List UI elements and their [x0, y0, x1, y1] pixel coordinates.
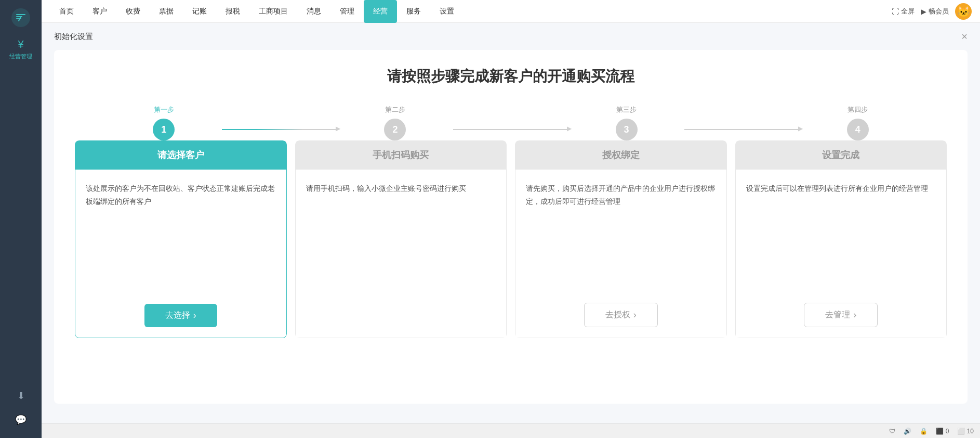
step-2-label: 第二步: [385, 105, 405, 114]
nav-items: 首页 客户 收费 票据 记账 报税 工商项目 消息 管理 经营 服务 设置: [50, 0, 892, 23]
step-1-card-header: 请选择客户: [75, 140, 287, 170]
sidebar-logo: [9, 6, 32, 29]
step-1-card-body: 该处展示的客户为不在回收站、客户状态正常建账后完成老板端绑定的所有客户: [75, 170, 287, 293]
step-3-dot: 3: [616, 119, 638, 140]
go-manage-button[interactable]: 去管理 ›: [804, 303, 878, 327]
go-authorize-icon: ›: [633, 310, 637, 320]
step-card-3: 授权绑定 请先购买，购买后选择开通的产品中的企业用户进行授权绑定，成功后即可进行…: [515, 140, 727, 338]
step-3-header: 第三步 3: [568, 105, 684, 140]
arrow-3-4: ▶: [798, 125, 803, 132]
step-2-card-body: 请用手机扫码，输入小微企业主账号密码进行购买: [295, 170, 507, 301]
connector-3-4: ▶: [684, 129, 800, 140]
go-authorize-button[interactable]: 去授权 ›: [584, 303, 658, 327]
sidebar-item-label: 经营管理: [9, 53, 32, 60]
nav-fee[interactable]: 收费: [116, 0, 150, 23]
step-4-header: 第四步 4: [800, 105, 916, 140]
step-4-label: 第四步: [847, 105, 868, 114]
step-card-2: 手机扫码购买 请用手机扫码，输入小微企业主账号密码进行购买: [295, 140, 507, 338]
nav-service[interactable]: 服务: [397, 0, 430, 23]
go-select-icon: ›: [193, 310, 196, 321]
content-card: 请按照步骤完成新客户的开通购买流程 第一步 1 ▶ 第二步 2: [54, 50, 968, 404]
avatar[interactable]: 🐱: [955, 3, 972, 20]
status-bar-right: 🛡 🔊 🔒 ⬛ 0 ⬜ 10: [889, 428, 974, 435]
step-2-card-header: 手机扫码购买: [295, 140, 507, 170]
video-icon: ▶: [921, 7, 926, 16]
step-card-1: 请选择客户 该处展示的客户为不在回收站、客户状态正常建账后完成老板端绑定的所有客…: [75, 140, 287, 338]
go-select-button[interactable]: 去选择 ›: [144, 304, 217, 327]
go-manage-icon: ›: [853, 310, 856, 320]
sidebar-download[interactable]: ⬇: [0, 386, 42, 406]
status-bar: ▶ 完成 🛡 🔊 🔒 ⬛ 0 ⬜ 10: [0, 423, 980, 438]
step-4-card-header: 设置完成: [735, 140, 947, 170]
member-button[interactable]: ▶ 畅会员: [921, 7, 949, 16]
nav-tax[interactable]: 报税: [216, 0, 249, 23]
nav-customer[interactable]: 客户: [83, 0, 116, 23]
connector-1-2: ▶: [222, 129, 338, 140]
sidebar-support[interactable]: 💬: [0, 410, 42, 430]
step-cards: 请选择客户 该处展示的客户为不在回收站、客户状态正常建账后完成老板端绑定的所有客…: [75, 140, 947, 338]
steps-header: 第一步 1 ▶ 第二步 2 ▶: [75, 105, 947, 140]
step-2-card-footer: [295, 301, 507, 338]
counter-0: ⬛ 0: [936, 428, 949, 435]
nav-operation[interactable]: 经营: [364, 0, 397, 23]
step-3-card-body: 请先购买，购买后选择开通的产品中的企业用户进行授权绑定，成功后即可进行经营管理: [515, 170, 727, 292]
nav-business[interactable]: 工商项目: [249, 0, 297, 23]
close-button[interactable]: ×: [961, 31, 968, 42]
fullscreen-button[interactable]: ⛶ 全屏: [892, 7, 915, 16]
step-1-header: 第一步 1: [106, 105, 222, 140]
chat-icon: 💬: [15, 414, 27, 426]
main-area: 初始化设置 × 请按照步骤完成新客户的开通购买流程 第一步 1 ▶ 第二步: [42, 23, 980, 423]
step-3-card-footer: 去授权 ›: [515, 292, 727, 338]
nav-bookkeeping[interactable]: 记账: [183, 0, 216, 23]
download-icon: ⬇: [17, 390, 25, 402]
step-1-label: 第一步: [154, 105, 174, 114]
step-3-card-header: 授权绑定: [515, 140, 727, 170]
volume-icon: 🔊: [904, 428, 911, 435]
step-1-dot: 1: [153, 119, 175, 140]
step-4-card-body: 设置完成后可以在管理列表进行所有企业用户的经营管理: [735, 170, 947, 292]
yen-icon: ¥: [18, 38, 23, 50]
shield-status-icon: 🛡: [889, 428, 895, 435]
nav-manage[interactable]: 管理: [330, 0, 364, 23]
step-3-label: 第三步: [616, 105, 637, 114]
fullscreen-icon: ⛶: [892, 7, 899, 16]
counter-10: ⬜ 10: [957, 428, 974, 435]
page-title: 初始化设置: [54, 32, 93, 42]
nav-settings[interactable]: 设置: [430, 0, 463, 23]
step-1-card-footer: 去选择 ›: [75, 293, 287, 338]
main-title: 请按照步骤完成新客户的开通购买流程: [75, 67, 947, 86]
step-card-4: 设置完成 设置完成后可以在管理列表进行所有企业用户的经营管理 去管理 ›: [735, 140, 947, 338]
step-2-dot: 2: [384, 119, 406, 140]
nav-home[interactable]: 首页: [50, 0, 83, 23]
sidebar: ¥ 经营管理 ⬇ 💬: [0, 0, 42, 438]
sidebar-bottom: ⬇ 💬: [0, 386, 42, 438]
step-2-header: 第二步 2: [337, 105, 453, 140]
step-4-card-footer: 去管理 ›: [735, 292, 947, 338]
nav-right: ⛶ 全屏 ▶ 畅会员 🐱: [892, 3, 972, 20]
connector-2-3: ▶: [453, 129, 569, 140]
arrow-1-2: ▶: [336, 125, 340, 132]
sidebar-item-management[interactable]: ¥ 经营管理: [0, 33, 42, 66]
top-nav: 首页 客户 收费 票据 记账 报税 工商项目 消息 管理 经营 服务 设置 ⛶ …: [42, 0, 980, 23]
nav-message[interactable]: 消息: [297, 0, 330, 23]
arrow-2-3: ▶: [567, 125, 572, 132]
step-4-dot: 4: [847, 119, 869, 140]
nav-bill[interactable]: 票据: [150, 0, 183, 23]
page-header: 初始化设置 ×: [54, 31, 968, 42]
lock-icon: 🔒: [920, 428, 928, 435]
